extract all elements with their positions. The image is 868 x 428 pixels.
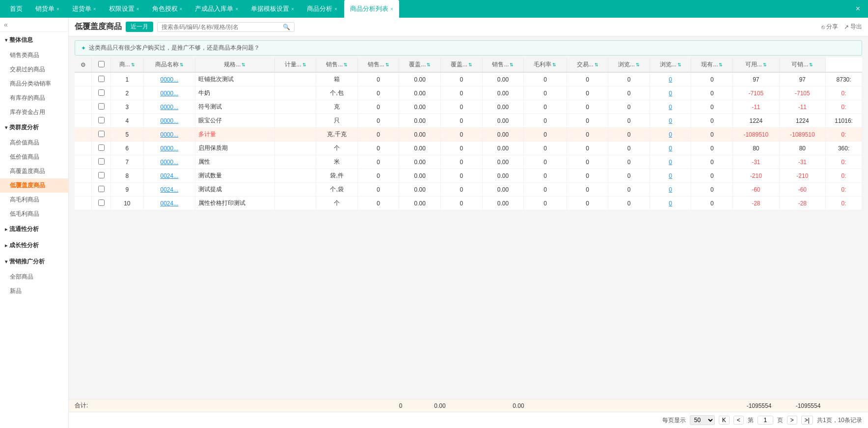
row-sales-qty: 0	[357, 142, 399, 155]
close-icon[interactable]: ×	[334, 6, 337, 12]
nav-role-auth[interactable]: 角色授权 ×	[146, 0, 189, 18]
sidebar-item-low-gross[interactable]: 低毛利商品	[0, 207, 68, 221]
nav-sales-order[interactable]: 销货单 ×	[29, 0, 65, 18]
nav-purchase-order[interactable]: 进货单 ×	[66, 0, 102, 18]
sidebar-item-sales-goods[interactable]: 销售类商品	[0, 48, 68, 62]
export-button[interactable]: ↗ 导出	[844, 23, 862, 31]
sidebar-item-high-gross[interactable]: 高毛利商品	[0, 193, 68, 207]
nav-home[interactable]: 首页	[4, 0, 28, 18]
page-number-input[interactable]	[758, 416, 773, 425]
next-page-button[interactable]: >	[787, 416, 797, 425]
close-icon[interactable]: ×	[180, 6, 183, 12]
row-num: 10	[110, 197, 143, 210]
row-browse2: 0	[691, 128, 733, 142]
cover2-column-header[interactable]: 覆盖...⇅	[441, 57, 483, 72]
close-icon[interactable]: ×	[235, 6, 238, 12]
sales2-column-header[interactable]: 销售...⇅	[482, 57, 524, 72]
row-name: 旺铺批次测试	[195, 72, 275, 86]
row-checkbox[interactable]	[92, 155, 111, 169]
row-checkbox[interactable]	[92, 183, 111, 197]
last-page-button[interactable]: >|	[801, 416, 813, 425]
first-page-button[interactable]: K	[719, 416, 730, 425]
search-input[interactable]	[162, 24, 281, 30]
select-all-checkbox[interactable]	[98, 61, 105, 67]
cover1-column-header[interactable]: 覆盖...⇅	[399, 57, 441, 72]
row-settings	[75, 100, 92, 114]
row-checkbox[interactable]	[92, 142, 111, 155]
close-icon[interactable]: ×	[291, 6, 294, 12]
table-row: 90024...测试提成个,袋00.0000.0000000-60-600:	[75, 183, 862, 197]
sidebar-section-overall[interactable]: ▾ 整体信息	[0, 32, 68, 48]
close-icon[interactable]: ×	[56, 6, 59, 12]
saleable-column-header[interactable]: 可销...⇅	[779, 57, 826, 72]
row-browse1: 0	[650, 72, 691, 86]
nav-permission-settings[interactable]: 权限设置 ×	[103, 0, 145, 18]
trade-column-header[interactable]: 交易...⇅	[567, 57, 608, 72]
sidebar-item-low-coverage[interactable]: 低覆盖度商品	[0, 178, 68, 193]
sidebar-item-high-value[interactable]: 高价值商品	[0, 136, 68, 150]
nav-product-analysis-list[interactable]: 商品分析列表 ×	[344, 0, 399, 18]
nav-template-settings[interactable]: 单据模板设置 ×	[245, 0, 300, 18]
sidebar-item-low-value[interactable]: 低价值商品	[0, 150, 68, 164]
unit-column-header[interactable]: 计量...⇅	[274, 57, 316, 72]
period-button[interactable]: 近一月	[126, 22, 153, 32]
row-browse2: 0	[691, 142, 733, 155]
row-checkbox[interactable]	[92, 72, 111, 86]
nav-product-warehouse[interactable]: 产成品入库单 ×	[189, 0, 244, 18]
current-column-header[interactable]: 现有...⇅	[691, 57, 733, 72]
gross-rate-column-header[interactable]: 毛利率⇅	[524, 57, 567, 72]
row-checkbox[interactable]	[92, 128, 111, 142]
settings-column-header[interactable]: ⚙	[75, 57, 92, 72]
row-spec	[274, 114, 316, 128]
name-column-header[interactable]: 商品名称⇅	[143, 57, 195, 72]
row-name: 属性	[195, 155, 275, 169]
sidebar-item-category-activity[interactable]: 商品分类动销率	[0, 77, 68, 91]
checkbox-column-header[interactable]	[92, 57, 111, 72]
row-spec	[274, 128, 316, 142]
browse1-column-header[interactable]: 浏览...⇅	[608, 57, 650, 72]
close-icon[interactable]: ×	[93, 6, 96, 12]
code-column-header[interactable]: 商...⇅	[110, 57, 143, 72]
row-browse2: 0	[691, 155, 733, 169]
row-checkbox[interactable]	[92, 100, 111, 114]
row-checkbox[interactable]	[92, 86, 111, 100]
row-gross-rate: 0	[567, 197, 608, 210]
sidebar-item-high-coverage[interactable]: 高覆盖度商品	[0, 164, 68, 178]
sidebar-item-new-goods[interactable]: 新品	[0, 284, 68, 298]
sidebar-item-all-goods[interactable]: 全部商品	[0, 270, 68, 284]
sidebar-collapse-button[interactable]: «	[4, 21, 8, 29]
sidebar-item-stock-capital[interactable]: 库存资金占用	[0, 105, 68, 119]
sales-amt-column-header[interactable]: 销售...⇅	[357, 57, 399, 72]
row-sales2: 0	[524, 142, 567, 155]
content-header: 低覆盖度商品 近一月 🔍 ⎋ 分享 ↗ 导出	[69, 18, 868, 36]
close-icon[interactable]: ×	[136, 6, 139, 12]
sidebar-item-inventory-goods[interactable]: 有库存的商品	[0, 91, 68, 105]
row-avail: 80	[779, 142, 826, 155]
row-checkbox[interactable]	[92, 114, 111, 128]
share-button[interactable]: ⎋ 分享	[821, 23, 838, 31]
row-checkbox[interactable]	[92, 197, 111, 210]
prev-page-button[interactable]: <	[733, 416, 744, 425]
sidebar-section-cluster[interactable]: ▾ 类群度分析	[0, 119, 68, 136]
close-icon[interactable]: ×	[390, 6, 393, 12]
row-checkbox[interactable]	[92, 169, 111, 183]
row-unit: 个	[316, 142, 358, 155]
page-size-select[interactable]: 50 100 200	[690, 415, 715, 425]
row-sales-qty: 0	[357, 155, 399, 169]
info-icon: ✦	[81, 45, 86, 52]
sidebar-item-traded-goods[interactable]: 交易过的商品	[0, 62, 68, 77]
nav-product-analysis[interactable]: 商品分析 ×	[301, 0, 343, 18]
sidebar-section-growth[interactable]: ▸ 成长性分析	[0, 237, 68, 254]
row-spec	[274, 86, 316, 100]
browse2-column-header[interactable]: 浏览...⇅	[650, 57, 691, 72]
sales-qty-column-header[interactable]: 销售...⇅	[316, 57, 358, 72]
close-all-button[interactable]: ×	[852, 4, 864, 13]
sidebar-section-liquidity[interactable]: ▸ 流通性分析	[0, 221, 68, 237]
search-icon[interactable]: 🔍	[283, 24, 290, 30]
row-current: 80	[733, 142, 780, 155]
spec-column-header[interactable]: 规格...⇅	[195, 57, 275, 72]
search-box: 🔍	[157, 22, 295, 32]
row-settings	[75, 169, 92, 183]
avail-column-header[interactable]: 可用...⇅	[733, 57, 780, 72]
sidebar-section-marketing[interactable]: ▾ 营销推广分析	[0, 254, 68, 270]
